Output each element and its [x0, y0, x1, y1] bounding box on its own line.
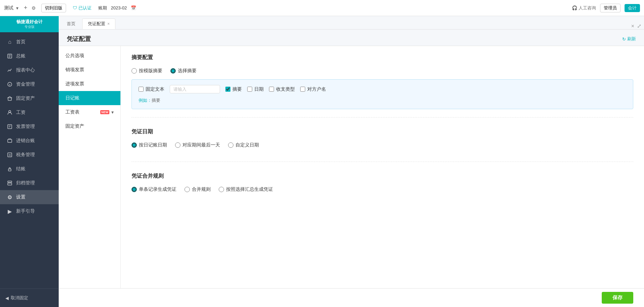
checkbox-date[interactable]: 日期: [247, 86, 264, 92]
fixed-text-input[interactable]: [170, 85, 220, 93]
voucher-config-tab-label: 凭证配置: [88, 21, 105, 27]
consult-button[interactable]: 🎧 人工咨询: [572, 5, 596, 11]
home-tab-label: 首页: [67, 21, 75, 27]
left-menu-item-journal[interactable]: 日记账: [59, 91, 120, 105]
sidebar-nav: ⌂ 首页 总账 报表中心 ¥ 资金管理: [0, 32, 59, 289]
sidebar-item-ledger[interactable]: 总账: [0, 49, 59, 63]
tab-expand-icon[interactable]: ⤢: [637, 23, 641, 29]
radio-single[interactable]: 单条记录生成凭证: [131, 186, 176, 192]
archive-icon: [7, 180, 13, 186]
radio-period-end[interactable]: 对应期间最后一天: [175, 142, 220, 148]
fixed-text-checkbox-input[interactable]: [139, 87, 144, 92]
radio-selected-summary[interactable]: 按照选择汇总生成凭证: [219, 186, 273, 192]
headset-icon: 🎧: [572, 5, 577, 10]
sidebar-item-settings[interactable]: ⚙ 设置: [0, 190, 59, 204]
accountant-button[interactable]: 会计: [625, 4, 640, 12]
cancel-fix-button[interactable]: ◀ 取消固定: [0, 292, 59, 304]
radio-daily-input[interactable]: [131, 142, 137, 148]
summary-label: 摘要: [232, 86, 242, 92]
close-accounts-icon: [7, 166, 13, 172]
left-menu-item-public[interactable]: 公共选项: [59, 49, 120, 63]
sidebar-item-salary[interactable]: 工资: [0, 105, 59, 120]
tab-home[interactable]: 首页: [61, 18, 81, 29]
payroll-label: 工资表: [65, 109, 79, 115]
sidebar-item-tax[interactable]: 税 税务管理: [0, 148, 59, 162]
left-menu-item-payroll[interactable]: 工资表 NEW ▾: [59, 105, 120, 119]
radio-merge[interactable]: 合并规则: [184, 186, 211, 192]
trade-icon: [7, 138, 13, 144]
summary-section-title: 摘要配置: [131, 54, 633, 61]
shield-icon: 🛡: [73, 5, 77, 10]
add-icon[interactable]: +: [24, 4, 28, 11]
sales-label: 销项发票: [65, 67, 84, 73]
journal-label: 日记账: [65, 95, 79, 101]
radio-selected-summary-input[interactable]: [219, 187, 224, 192]
checkbox-payment-type[interactable]: 收支类型: [269, 86, 295, 92]
left-menu-item-purchase[interactable]: 进项发票: [59, 77, 120, 91]
radio-select[interactable]: 选择摘要: [170, 68, 197, 74]
refresh-button[interactable]: ↻ 刷新: [622, 36, 636, 42]
calendar-icon[interactable]: 📅: [131, 5, 136, 10]
radio-merge-label: 合并规则: [192, 186, 211, 192]
left-menu-item-fixed-asset[interactable]: 固定资产: [59, 119, 120, 133]
sidebar-item-label-trade: 进销台账: [16, 138, 35, 144]
sidebar-item-asset[interactable]: 固定资产: [0, 91, 59, 105]
tab-voucher-config[interactable]: 凭证配置 ×: [82, 18, 115, 29]
sidebar-item-home[interactable]: ⌂ 首页: [0, 35, 59, 49]
refresh-label: 刷新: [627, 36, 636, 42]
checkbox-summary[interactable]: 摘要: [225, 86, 242, 92]
date-section-title: 凭证日期: [131, 128, 633, 135]
sidebar-item-label-settings: 设置: [16, 194, 25, 200]
fixed-asset-label: 固定资产: [65, 123, 84, 129]
counterpart-checkbox-input[interactable]: [300, 87, 305, 92]
pin-icon: ◀: [5, 296, 9, 301]
radio-template[interactable]: 按模版摘要: [131, 68, 162, 74]
checkbox-counterpart[interactable]: 对方户名: [300, 86, 326, 92]
sidebar-item-label-asset: 固定资产: [16, 95, 35, 101]
save-button[interactable]: 保存: [602, 292, 633, 304]
sidebar-item-invoice[interactable]: 发票管理: [0, 120, 59, 134]
logo-sub: 专业版: [16, 25, 43, 29]
voucher-config-tab-close[interactable]: ×: [107, 21, 110, 26]
consult-label: 人工咨询: [579, 5, 596, 11]
sidebar-item-trade[interactable]: 进销台账: [0, 134, 59, 148]
admin-button[interactable]: 管理员: [600, 4, 621, 12]
radio-merge-input[interactable]: [184, 187, 190, 192]
radio-custom-date-input[interactable]: [228, 142, 233, 148]
settings-icon[interactable]: ⚙: [32, 5, 36, 11]
sidebar-bottom: ◀ 取消固定: [0, 289, 59, 307]
date-checkbox-input[interactable]: [247, 87, 252, 92]
sidebar-item-guide[interactable]: ▶ 新手引导: [0, 204, 59, 218]
summary-checkbox-input[interactable]: [225, 87, 230, 92]
payment-type-checkbox-input[interactable]: [269, 87, 274, 92]
svg-text:税: 税: [9, 154, 11, 156]
radio-select-input[interactable]: [170, 68, 176, 74]
old-version-button[interactable]: 切到旧版: [41, 4, 66, 12]
sidebar-item-report[interactable]: 报表中心: [0, 63, 59, 77]
sidebar-item-label-invoice: 发票管理: [16, 124, 35, 130]
sidebar-item-fund[interactable]: ¥ 资金管理: [0, 77, 59, 91]
sidebar-item-label-tax: 税务管理: [16, 152, 35, 158]
radio-custom-date[interactable]: 自定义日期: [228, 142, 259, 148]
tab-close-all-icon[interactable]: ×: [631, 23, 634, 29]
project-name: 测试: [4, 5, 13, 11]
radio-daily[interactable]: 按日记账日期: [131, 142, 167, 148]
topbar-right: 🎧 人工咨询 管理员 会计: [572, 4, 640, 12]
radio-period-end-input[interactable]: [175, 142, 180, 148]
cancel-fix-label: 取消固定: [11, 295, 28, 301]
left-menu-item-sales[interactable]: 销项发票: [59, 63, 120, 77]
radio-single-input[interactable]: [131, 187, 137, 192]
certified-badge: 🛡 已认证: [73, 5, 92, 11]
checkbox-fixed-text[interactable]: 固定文本: [139, 86, 164, 92]
merge-radio-group: 单条记录生成凭证 合并规则 按照选择汇总生成凭证: [131, 186, 633, 192]
svg-text:¥: ¥: [9, 83, 11, 86]
project-dropdown-icon[interactable]: ▾: [16, 5, 18, 11]
inner-layout: 公共选项 销项发票 进项发票 日记账 工资表 NEW ▾: [59, 46, 644, 288]
radio-template-input[interactable]: [131, 68, 137, 74]
sidebar-item-archive[interactable]: 归档管理: [0, 176, 59, 190]
svg-rect-14: [8, 169, 11, 171]
refresh-icon: ↻: [622, 37, 626, 42]
radio-period-end-label: 对应期间最后一天: [182, 142, 220, 148]
payment-type-label: 收支类型: [276, 86, 295, 92]
sidebar-item-close-accounts[interactable]: 结账: [0, 162, 59, 176]
